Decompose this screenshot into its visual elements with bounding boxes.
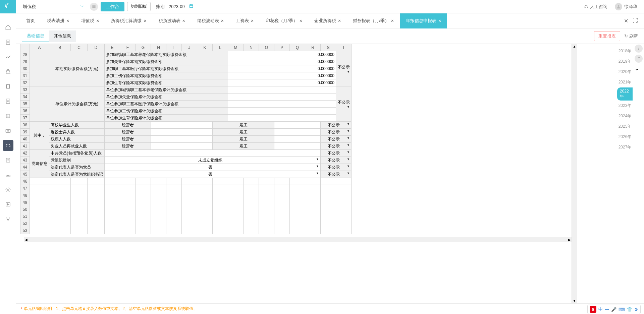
calendar-icon[interactable] — [189, 4, 194, 10]
cell[interactable] — [105, 178, 120, 185]
cell[interactable] — [166, 178, 182, 185]
cell[interactable]: 40 — [20, 136, 30, 143]
cell[interactable]: 0.000000 — [228, 65, 336, 72]
cell[interactable]: 35 — [20, 101, 30, 108]
cell[interactable] — [182, 227, 197, 234]
cell[interactable] — [290, 227, 305, 234]
cell[interactable]: 雇工 — [213, 129, 274, 136]
cell[interactable] — [49, 220, 71, 227]
tab-1[interactable]: 税表清册× — [41, 13, 75, 28]
cell[interactable] — [70, 213, 88, 220]
cell[interactable] — [30, 178, 49, 185]
cell[interactable] — [166, 206, 182, 213]
cell[interactable] — [166, 213, 182, 220]
col-header[interactable]: T — [336, 44, 352, 51]
cell[interactable]: 48 — [20, 192, 30, 199]
col-header[interactable] — [20, 44, 30, 51]
cell[interactable] — [274, 213, 290, 220]
cell[interactable] — [213, 199, 228, 206]
cell[interactable] — [136, 199, 151, 206]
cell[interactable] — [244, 227, 259, 234]
cell[interactable]: 30 — [20, 65, 30, 72]
cell[interactable] — [105, 185, 120, 192]
tab-close-icon[interactable]: × — [66, 18, 69, 23]
col-header[interactable]: Q — [290, 44, 305, 51]
col-header[interactable]: O — [259, 44, 274, 51]
tab-close-icon[interactable]: × — [391, 18, 394, 23]
cell[interactable]: 45 — [20, 171, 30, 178]
cell[interactable] — [274, 192, 290, 199]
cell[interactable]: 29 — [20, 58, 30, 65]
cell[interactable] — [166, 192, 182, 199]
cell[interactable]: 28 — [20, 51, 30, 58]
cell[interactable] — [151, 178, 166, 185]
nav-calc-icon[interactable] — [3, 96, 13, 107]
col-header[interactable]: A — [30, 44, 49, 51]
cell[interactable] — [151, 206, 166, 213]
col-header[interactable]: G — [136, 44, 151, 51]
cell[interactable] — [182, 199, 197, 206]
cell[interactable]: 经营者 — [105, 136, 151, 143]
cell[interactable] — [166, 220, 182, 227]
cell[interactable] — [274, 136, 321, 143]
cell[interactable] — [70, 206, 88, 213]
cell[interactable] — [88, 220, 105, 227]
cell[interactable]: 否 — [105, 164, 321, 171]
cell[interactable] — [228, 185, 244, 192]
nav-video-icon[interactable] — [3, 199, 13, 210]
help-link[interactable]: 人工咨询 — [584, 4, 607, 10]
cell[interactable]: 34 — [20, 93, 30, 101]
cell[interactable]: 不公示 — [336, 51, 352, 86]
tab-7[interactable]: 印花税（月/季）× — [260, 13, 308, 28]
cell[interactable] — [120, 220, 136, 227]
col-header[interactable]: M — [228, 44, 244, 51]
tab-5[interactable]: 纳税波动表× — [191, 13, 230, 28]
cell[interactable] — [228, 115, 336, 122]
cell[interactable] — [136, 178, 151, 185]
cell[interactable] — [305, 227, 321, 234]
cell[interactable] — [336, 185, 352, 192]
cell[interactable] — [105, 206, 120, 213]
cell[interactable] — [274, 206, 290, 213]
tab-close-icon[interactable]: × — [144, 18, 146, 23]
cell[interactable] — [228, 199, 244, 206]
cell[interactable] — [228, 178, 244, 185]
cell[interactable]: 否 — [105, 171, 321, 178]
cell[interactable] — [30, 51, 49, 86]
cell[interactable] — [321, 206, 336, 213]
cell[interactable]: 0.000000 — [228, 58, 336, 65]
cell[interactable]: 不公示 — [336, 86, 352, 122]
cell[interactable] — [336, 192, 352, 199]
cell[interactable]: 44 — [20, 164, 30, 171]
cell[interactable] — [213, 206, 228, 213]
cell[interactable] — [290, 185, 305, 192]
cell[interactable] — [120, 199, 136, 206]
cell[interactable] — [290, 199, 305, 206]
cell[interactable] — [70, 199, 88, 206]
cell[interactable] — [259, 192, 274, 199]
cell[interactable]: 退役士兵人数 — [49, 129, 105, 136]
cell[interactable]: 不公示 — [321, 122, 352, 129]
cell[interactable] — [105, 227, 120, 234]
col-header[interactable]: P — [274, 44, 290, 51]
cell[interactable]: 42 — [20, 150, 30, 157]
cell[interactable] — [290, 213, 305, 220]
cell[interactable] — [305, 185, 321, 192]
switch-old-button[interactable]: 切到旧版 — [127, 2, 151, 11]
tab-3[interactable]: 所得税汇算清缴× — [105, 13, 152, 28]
cell[interactable]: 其中： — [30, 122, 49, 150]
cell[interactable] — [151, 122, 213, 129]
cell[interactable] — [274, 122, 321, 129]
cell[interactable] — [336, 220, 352, 227]
cell[interactable]: 残疾人人数 — [49, 136, 105, 143]
cell[interactable]: 雇工 — [213, 136, 274, 143]
cell[interactable]: 0.000000 — [228, 79, 336, 86]
cell[interactable] — [336, 206, 352, 213]
cell[interactable]: 参加工伤保险本期实际缴费金额 — [105, 72, 228, 79]
cell[interactable] — [182, 178, 197, 185]
tab-9[interactable]: 财务报表（月/季）× — [347, 13, 400, 28]
col-header[interactable]: N — [244, 44, 259, 51]
cell[interactable] — [274, 178, 290, 185]
tab-10[interactable]: 年报信息申报表× — [400, 13, 447, 28]
scroll-bottom-icon[interactable]: ⌄ — [635, 65, 643, 73]
